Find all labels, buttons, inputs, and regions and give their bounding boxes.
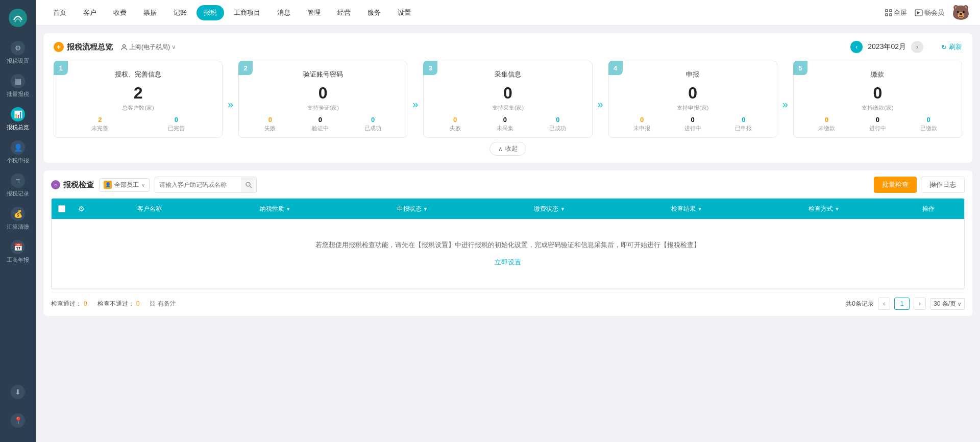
nav-tax[interactable]: 报税 [197,5,224,20]
collapse-button[interactable]: ∧ 收起 [489,142,526,156]
check-col-tax-type: 纳税性质 ▼ [207,199,344,219]
sidebar-item-tax-settings[interactable]: ⚙ 报税设置 [0,36,36,69]
step-3-stat-0: 0 失败 [450,116,461,132]
step-4-stat-0-lbl: 未申报 [633,125,650,132]
vip-button[interactable]: 畅会员 [915,8,944,17]
batch-check-button[interactable]: 批量检查 [874,177,917,193]
date-next-btn[interactable]: › [911,41,923,53]
step-2-count: 0 [247,83,399,103]
nav-accounting[interactable]: 记账 [166,5,194,20]
prev-page-button[interactable]: ‹ [878,298,890,310]
nav-settings[interactable]: 设置 [390,5,418,20]
svg-point-0 [9,9,27,27]
nav-invoices[interactable]: 票据 [136,5,164,20]
refresh-icon: ↻ [941,43,947,51]
search-box [155,177,257,193]
empty-cell: 若您想使用报税检查功能，请先在【报税设置】中进行报税的初始化设置，完成密码验证和… [52,219,964,289]
overview-card: + 报税流程总览 上海(电子税局) ∨ ‹ 2023年02月 › [43,33,972,163]
nav-operations[interactable]: 经营 [330,5,358,20]
step-2-card: 2 验证账号密码 0 支持验证(家) 0 失败 0 验证中 [238,61,407,138]
per-page-select[interactable]: 30 条/页 ∨ [930,298,965,310]
app-logo [5,5,31,31]
next-page-button[interactable]: › [914,298,926,310]
sidebar-item-tax-records[interactable]: ≡ 报税记录 [0,168,36,202]
col-result-filter[interactable]: 检查结果 ▼ [622,205,751,213]
nav-messages[interactable]: 消息 [270,5,298,20]
step-arrow-1: » [228,61,233,138]
download-icon: ⬇ [11,385,25,399]
step-5-subtitle: 支持缴款(家) [801,104,954,112]
step-1-stat-0-val: 2 [91,116,108,124]
person-icon [120,43,128,51]
sidebar-item-label: 个税申报 [7,157,29,164]
step-3-count: 0 [431,83,584,103]
sidebar-item-download[interactable]: ⬇ [0,380,36,403]
svg-point-7 [123,45,126,47]
operation-log-button[interactable]: 操作日志 [921,177,965,193]
step-4-subtitle: 支持申报(家) [617,104,769,112]
nav-clients[interactable]: 客户 [76,5,104,20]
col-declare-filter[interactable]: 申报状态 ▼ [348,205,477,213]
nav-business[interactable]: 工商项目 [227,5,267,20]
col-declare-label: 申报状态 [397,205,422,213]
sidebar-item-batch-tax[interactable]: ▤ 批量报税 [0,69,36,102]
col-tax-type-filter[interactable]: 纳税性质 ▼ [211,205,340,213]
pass-value[interactable]: 0 [84,300,87,307]
date-text: 2023年02月 [868,42,906,52]
col-pay-label: 缴费状态 [534,205,558,213]
step-1-count: 2 [62,83,214,103]
col-pay-filter[interactable]: 缴费状态 ▼ [485,205,614,213]
date-nav: ‹ 2023年02月 › [850,41,923,53]
sidebar-item-label: 报税记录 [7,190,29,198]
step-4-stat-1-val: 0 [684,116,701,124]
col-action-label: 操作 [922,205,935,212]
refresh-button[interactable]: ↻ 刷新 [941,42,962,52]
nav-home[interactable]: 首页 [46,5,74,20]
nav-fees[interactable]: 收费 [106,5,134,20]
step-5-stats: 0 未缴款 0 进行中 0 已缴款 [801,116,954,132]
step-4-title: 申报 [617,67,769,79]
step-3-stats: 0 失败 0 未采集 0 已成功 [431,116,584,132]
per-page-value: 30 条/页 [934,300,956,308]
step-2-stat-1: 0 验证中 [312,116,329,132]
note-icon: 囧 [150,300,156,307]
employee-select[interactable]: 👤 全部员工 ∨ [99,178,150,192]
date-prev-btn[interactable]: ‹ [850,41,863,53]
sidebar-item-annual-report[interactable]: 📅 工商年报 [0,235,36,268]
step-1-stat-0: 2 未完善 [91,116,108,132]
step-3-stat-1: 0 未采集 [497,116,513,132]
svg-rect-1 [886,10,888,12]
step-1-stat-1-val: 0 [168,116,185,124]
select-all-checkbox[interactable] [58,205,65,212]
nav-management[interactable]: 管理 [300,5,328,20]
check-title-icon: ○ [51,180,60,189]
step-5-stat-0: 0 未缴款 [818,116,835,132]
overview-header: + 报税流程总览 上海(电子税局) ∨ ‹ 2023年02月 › [54,41,962,53]
gear-button[interactable]: ⚙ [76,204,86,214]
step-4-stat-2: 0 已申报 [735,116,752,132]
setup-link[interactable]: 立即设置 [495,258,521,266]
check-col-pay-status: 缴费状态 ▼ [481,199,618,219]
search-input[interactable] [155,179,241,191]
location-tag[interactable]: 上海(电子税局) ∨ [120,43,176,52]
employee-icon: 👤 [104,181,112,189]
step-4-stat-0-val: 0 [633,116,650,124]
sidebar-item-label: 报税总览 [7,124,29,131]
step-5-num: 5 [793,61,807,75]
step-3-subtitle: 支持采集(家) [431,104,584,112]
tax-settings-icon: ⚙ [11,41,25,55]
col-method-filter[interactable]: 检查方式 ▼ [760,205,889,213]
search-button[interactable] [241,177,256,192]
batch-tax-icon: ▤ [11,74,25,88]
fullscreen-button[interactable]: 全屏 [885,8,907,17]
step-2-stat-0: 0 失败 [264,116,276,132]
sidebar-item-personal-tax[interactable]: 👤 个税申报 [0,135,36,168]
nav-services[interactable]: 服务 [360,5,388,20]
fail-value[interactable]: 0 [136,300,140,307]
sidebar-item-settlement[interactable]: 💰 汇算清缴 [0,202,36,235]
sidebar-item-location[interactable]: 📍 [0,408,36,432]
total-label: 共0条记录 [846,300,874,308]
play-icon [915,9,923,16]
select-all-checkbox-wrap [56,205,68,212]
sidebar-item-tax-overview[interactable]: 📊 报税总览 [0,102,36,135]
